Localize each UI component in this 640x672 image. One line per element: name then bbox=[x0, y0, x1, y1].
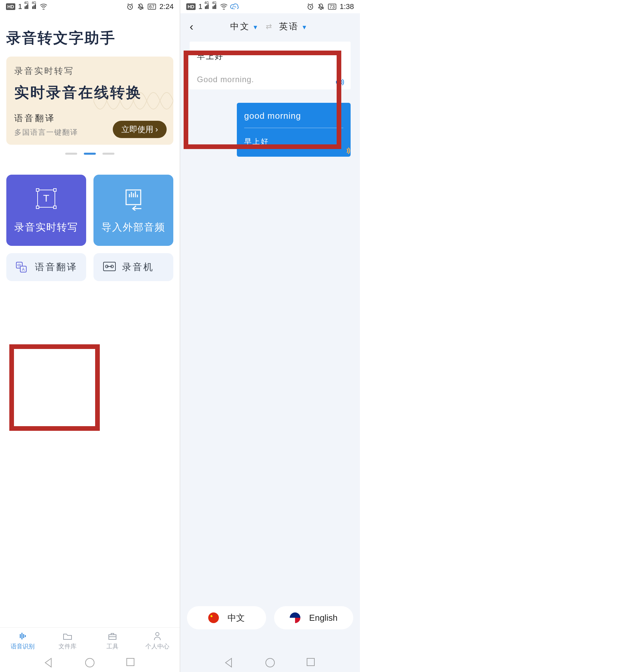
hero-small-label: 录音实时转写 bbox=[14, 65, 165, 77]
card-label: 录音机 bbox=[122, 261, 154, 274]
speaker-icon[interactable] bbox=[335, 78, 345, 86]
alarm-icon bbox=[127, 3, 134, 10]
hero-big-label: 实时录音在线转换 bbox=[14, 83, 165, 102]
time-label: 2:24 bbox=[159, 2, 174, 11]
message-card-outgoing: good morning 早上好 bbox=[237, 103, 351, 157]
tab-label: 个人中心 bbox=[145, 642, 169, 651]
tab-label: 语音识别 bbox=[11, 642, 34, 651]
waveform-icon bbox=[18, 631, 28, 641]
dot-2[interactable] bbox=[84, 153, 96, 155]
nav-home-icon[interactable] bbox=[84, 657, 96, 668]
divider bbox=[244, 128, 343, 128]
blank-area bbox=[360, 0, 640, 672]
svg-rect-3 bbox=[36, 206, 39, 208]
hd-icon: HD bbox=[6, 3, 15, 10]
lang-from-selector[interactable]: 中文 ▼ bbox=[230, 20, 259, 32]
speaker-icon[interactable] bbox=[346, 147, 351, 155]
tab-label: 工具 bbox=[106, 642, 118, 651]
hero-cta-button[interactable]: 立即使用 › bbox=[113, 121, 167, 138]
phone-screen-right: HD 1 4G 4G 73 1:38 ‹ 中文 ▼ ⇄ 英语 ▼ bbox=[180, 0, 360, 672]
chevron-down-icon: ▼ bbox=[301, 24, 307, 31]
lang-button-english[interactable]: English bbox=[274, 606, 353, 629]
person-icon bbox=[152, 631, 162, 641]
chevron-right-icon: › bbox=[155, 125, 158, 134]
uk-flag-icon bbox=[290, 612, 300, 623]
nav-recent-icon[interactable] bbox=[126, 657, 137, 668]
tab-label: 文件库 bbox=[59, 642, 76, 651]
hd-sub: 1 bbox=[198, 2, 202, 11]
card-realtime-transcribe[interactable]: T 录音实时转写 bbox=[6, 175, 86, 246]
card-recorder[interactable]: 录音机 bbox=[93, 253, 173, 281]
status-bar: HD 1 4G 4G 67 2:24 bbox=[0, 0, 180, 13]
app-title: 录音转文字助手 bbox=[6, 28, 173, 48]
nav-back-icon[interactable] bbox=[43, 657, 54, 668]
text-transform-icon: T bbox=[34, 187, 58, 210]
toolbox-icon bbox=[107, 631, 117, 641]
svg-rect-1 bbox=[36, 189, 39, 191]
tab-file-library[interactable]: 文件库 bbox=[45, 628, 90, 653]
cassette-icon bbox=[103, 262, 114, 273]
cloud-sync-icon bbox=[230, 3, 239, 10]
lang-button-label: 中文 bbox=[228, 612, 245, 624]
tab-voice-recognition[interactable]: 语音识别 bbox=[0, 628, 45, 653]
svg-text:T: T bbox=[43, 193, 49, 204]
wifi-icon bbox=[40, 4, 47, 10]
tab-tools[interactable]: 工具 bbox=[90, 628, 135, 653]
wifi-icon bbox=[220, 4, 228, 10]
chevron-down-icon: ▼ bbox=[252, 24, 259, 31]
signal-icon: 4G bbox=[25, 4, 30, 9]
svg-rect-17 bbox=[127, 658, 134, 666]
folder-icon bbox=[62, 631, 73, 641]
battery-icon: 73 bbox=[328, 4, 337, 10]
lang-button-label: English bbox=[309, 613, 337, 623]
message-translation-text: Good morning. bbox=[197, 75, 343, 84]
import-audio-icon bbox=[121, 187, 145, 210]
nav-home-icon[interactable] bbox=[264, 657, 276, 668]
dot-1[interactable] bbox=[65, 153, 77, 155]
bottom-tab-bar: 语音识别 文件库 工具 个人中心 bbox=[0, 627, 180, 653]
tab-profile[interactable]: 个人中心 bbox=[135, 628, 180, 653]
mute-icon bbox=[317, 3, 325, 10]
message-source-text: 早上好 bbox=[197, 51, 343, 61]
card-voice-translate[interactable]: 中A 语音翻译 bbox=[6, 253, 86, 281]
nav-back-icon[interactable] bbox=[223, 657, 234, 668]
card-label: 语音翻译 bbox=[35, 261, 77, 274]
card-label: 导入外部音频 bbox=[101, 221, 165, 234]
svg-rect-4 bbox=[54, 206, 56, 208]
nav-recent-icon[interactable] bbox=[306, 657, 317, 668]
swap-languages-icon[interactable]: ⇄ bbox=[266, 22, 272, 31]
message-card-incoming: 早上好 Good morning. bbox=[190, 42, 351, 89]
signal-icon: 4G bbox=[205, 4, 210, 9]
hd-sub: 1 bbox=[18, 2, 22, 11]
lang-button-chinese[interactable]: 中文 bbox=[187, 606, 266, 629]
svg-text:A: A bbox=[22, 267, 25, 272]
status-bar: HD 1 4G 4G 73 1:38 bbox=[180, 0, 360, 13]
message-translation-text: 早上好 bbox=[244, 137, 343, 147]
alarm-icon bbox=[307, 3, 314, 10]
svg-point-16 bbox=[86, 658, 94, 667]
mute-icon bbox=[137, 3, 144, 10]
signal-icon-2: 4G bbox=[32, 4, 37, 9]
back-button[interactable]: ‹ bbox=[186, 20, 197, 33]
signal-icon-2: 4G bbox=[213, 4, 218, 9]
hd-icon: HD bbox=[186, 3, 195, 10]
hero-banner[interactable]: 录音实时转写 实时录音在线转换 语音翻译 多国语言一键翻译 立即使用 › bbox=[6, 57, 173, 145]
dot-3[interactable] bbox=[102, 153, 114, 155]
svg-rect-2 bbox=[54, 189, 56, 191]
translate-icon: 中A bbox=[16, 262, 27, 273]
china-flag-icon bbox=[208, 612, 219, 623]
card-label: 录音实时转写 bbox=[14, 221, 78, 234]
pagination-dots[interactable] bbox=[6, 153, 173, 155]
android-nav-bar bbox=[0, 653, 180, 672]
phone-screen-left: HD 1 4G 4G 67 2:24 录音转文字助手 录音实时转写 实时录音在线… bbox=[0, 0, 180, 672]
message-source-text: good morning bbox=[244, 111, 343, 121]
card-import-audio[interactable]: 导入外部音频 bbox=[93, 175, 173, 246]
svg-text:中: 中 bbox=[17, 263, 21, 268]
time-label: 1:38 bbox=[340, 2, 354, 11]
cta-label: 立即使用 bbox=[121, 124, 153, 135]
svg-point-19 bbox=[266, 658, 274, 667]
svg-rect-20 bbox=[307, 658, 314, 666]
lang-to-selector[interactable]: 英语 ▼ bbox=[279, 20, 307, 32]
svg-point-15 bbox=[156, 632, 159, 636]
android-nav-bar bbox=[180, 653, 360, 672]
